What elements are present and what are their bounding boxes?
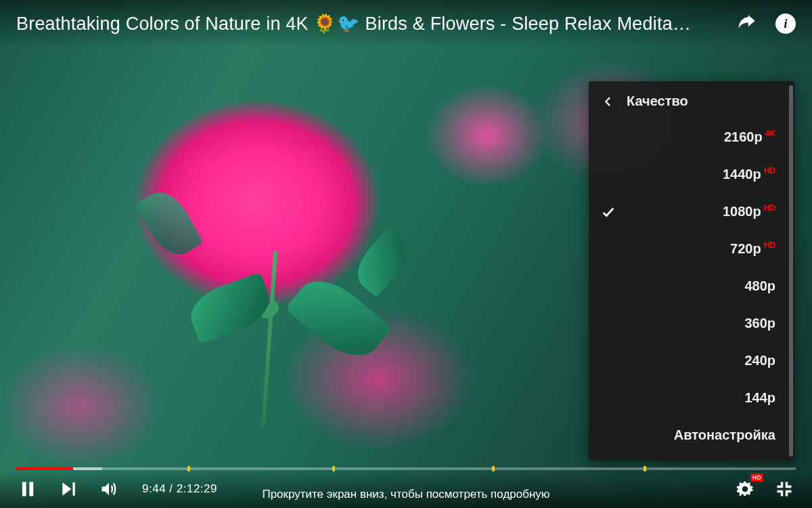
quality-option-360p[interactable]: 360p <box>589 305 794 342</box>
quality-option-label: 1440p <box>723 167 761 182</box>
quality-option-badge: HD <box>764 166 775 175</box>
quality-option-badge: 4K <box>765 129 775 138</box>
svg-marker-2 <box>62 482 71 496</box>
quality-option-2160p[interactable]: 2160p4K <box>589 119 794 156</box>
quality-option-label: 2160p <box>724 129 763 145</box>
quality-menu-title: Качество <box>627 93 688 109</box>
share-icon <box>735 12 758 35</box>
quality-option-label: 720p <box>730 241 761 257</box>
time-display: 9:44 / 2:12:29 <box>142 482 217 496</box>
time-duration: 2:12:29 <box>177 482 217 495</box>
decorative-leaf <box>348 227 416 297</box>
menu-scrollbar[interactable] <box>789 85 793 457</box>
quality-option-label: 1080p <box>723 204 761 219</box>
quality-option-480p[interactable]: 480p <box>589 268 794 305</box>
info-button[interactable]: i <box>775 14 796 34</box>
pause-icon <box>18 480 37 499</box>
svg-rect-0 <box>22 482 26 496</box>
fullscreen-exit-icon <box>775 480 794 499</box>
quality-option-автонастройка[interactable]: Автонастройка <box>589 417 794 454</box>
gear-icon <box>736 480 754 498</box>
fullscreen-exit-button[interactable] <box>773 478 796 501</box>
decorative-leaf <box>184 272 277 345</box>
info-icon: i <box>784 17 787 31</box>
quality-option-label: 240p <box>744 353 775 368</box>
quality-option-label: 360p <box>744 316 775 331</box>
svg-rect-1 <box>29 482 33 496</box>
quality-menu: Качество 2160p4K1440pHD1080pHD720pHD480p… <box>589 81 794 461</box>
volume-button[interactable] <box>97 478 120 501</box>
chevron-left-icon <box>602 96 614 108</box>
settings-button[interactable]: HD <box>734 478 757 501</box>
quality-option-240p[interactable]: 240p <box>589 342 794 379</box>
quality-option-144p[interactable]: 144p <box>589 379 794 417</box>
decorative-leaf <box>135 184 204 263</box>
player-controls: 9:44 / 2:12:29 HD <box>0 470 812 508</box>
quality-option-720p[interactable]: 720pHD <box>589 230 794 268</box>
settings-hd-badge: HD <box>750 473 763 482</box>
quality-option-label: Автонастройка <box>674 427 775 443</box>
quality-option-1440p[interactable]: 1440pHD <box>589 156 794 193</box>
top-overlay: Breathtaking Colors of Nature in 4K 🌻🐦 B… <box>0 0 812 47</box>
time-current: 9:44 <box>142 482 166 495</box>
quality-option-label: 144p <box>744 390 775 406</box>
share-button[interactable] <box>735 12 758 35</box>
quality-option-badge: HD <box>764 203 775 213</box>
decorative-stem <box>261 251 277 427</box>
pause-button[interactable] <box>16 478 39 501</box>
quality-menu-list: 2160p4K1440pHD1080pHD720pHD480p360p240p1… <box>589 119 794 461</box>
next-icon <box>60 480 77 498</box>
video-title: Breathtaking Colors of Nature in 4K 🌻🐦 B… <box>16 13 721 35</box>
quality-option-label: 480p <box>744 278 775 294</box>
svg-rect-3 <box>73 482 75 496</box>
video-player[interactable]: Breathtaking Colors of Nature in 4K 🌻🐦 B… <box>0 0 812 508</box>
check-icon <box>601 205 616 219</box>
next-button[interactable] <box>57 478 80 501</box>
svg-marker-4 <box>102 483 110 496</box>
quality-option-1080p[interactable]: 1080pHD <box>589 193 794 230</box>
quality-menu-back[interactable]: Качество <box>589 81 794 119</box>
volume-icon <box>99 480 118 499</box>
quality-option-badge: HD <box>764 240 775 250</box>
